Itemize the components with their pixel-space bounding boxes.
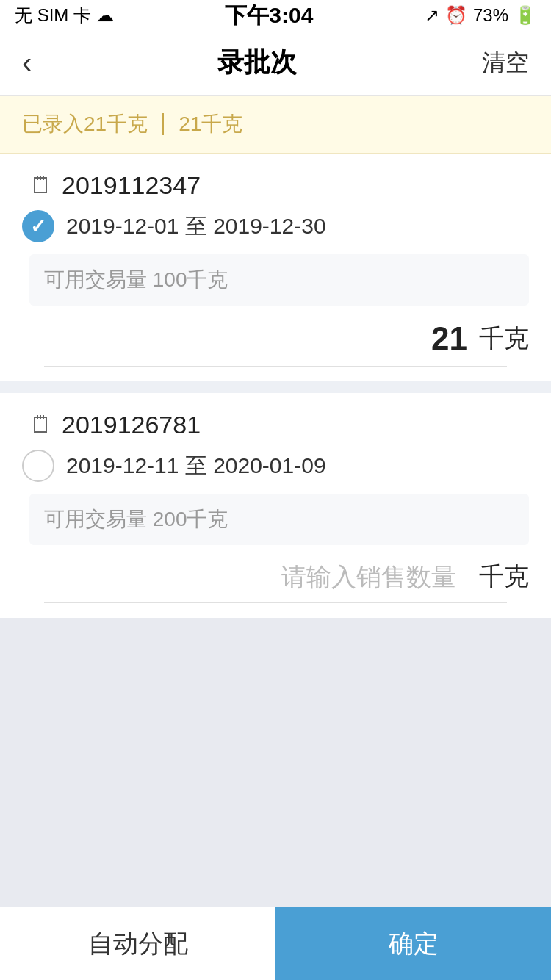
qty-input-2[interactable] [155, 563, 467, 591]
status-bar: 无 SIM 卡 ☁ 下午3:04 ↗ ⏰ 73% 🔋 [0, 0, 551, 31]
confirm-button[interactable]: 确定 [276, 907, 551, 980]
batch-date-1: 2019-12-01 至 2019-12-30 [66, 212, 326, 242]
recorded-label: 已录入21千克 [22, 110, 148, 138]
amount-row-1: 21 千克 [0, 306, 551, 357]
section-divider [0, 381, 551, 393]
batch-date-row-2[interactable]: 2019-12-11 至 2020-01-09 [22, 450, 529, 482]
battery-icon: 🔋 [514, 5, 536, 26]
clear-button[interactable]: 清空 [482, 47, 529, 79]
batch-id-1: 2019112347 [62, 171, 201, 200]
status-time: 下午3:04 [225, 1, 313, 31]
amount-value-1: 21 [431, 320, 467, 357]
page-title: 录批次 [217, 45, 297, 81]
bottom-bar: 自动分配 确定 [0, 907, 551, 980]
batch-checkbox-2[interactable] [22, 450, 54, 482]
batch-doc-icon-1: 🗒 [29, 172, 53, 199]
batch-card-1: 🗒 2019112347 2019-12-01 至 2019-12-30 可用交… [0, 154, 551, 381]
back-button[interactable]: ‹ [22, 46, 32, 79]
info-banner: 已录入21千克 21千克 [0, 96, 551, 154]
sim-icon: 无 SIM 卡 ☁ [15, 4, 114, 27]
gray-area [0, 618, 551, 941]
battery-text: 73% [473, 5, 508, 26]
batch-date-2: 2019-12-11 至 2020-01-09 [66, 451, 326, 481]
nav-bar: ‹ 录批次 清空 [0, 31, 551, 96]
input-unit-2: 千克 [479, 560, 529, 594]
banner-divider [162, 113, 164, 135]
batch-id-row-2: 🗒 2019126781 [22, 411, 529, 439]
location-icon: ↗ [425, 5, 439, 26]
batch-checkbox-1[interactable] [22, 210, 54, 242]
batch-date-row-1[interactable]: 2019-12-01 至 2019-12-30 [22, 210, 529, 242]
alarm-icon: ⏰ [445, 5, 467, 26]
batch-card-2: 🗒 2019126781 2019-12-11 至 2020-01-09 可用交… [0, 393, 551, 618]
amount-unit-1: 千克 [479, 322, 529, 356]
batch-id-2: 2019126781 [62, 411, 201, 439]
status-right: ↗ ⏰ 73% 🔋 [425, 5, 536, 26]
recorded-value: 21千克 [179, 110, 242, 138]
status-left: 无 SIM 卡 ☁ [15, 4, 114, 27]
available-qty-2: 可用交易量 200千克 [29, 494, 529, 545]
batch-doc-icon-2: 🗒 [29, 411, 53, 439]
auto-distribute-button[interactable]: 自动分配 [0, 907, 276, 980]
batch-id-row-1: 🗒 2019112347 [22, 171, 529, 200]
input-row-2: 千克 [0, 545, 551, 594]
available-qty-1: 可用交易量 100千克 [29, 254, 529, 306]
